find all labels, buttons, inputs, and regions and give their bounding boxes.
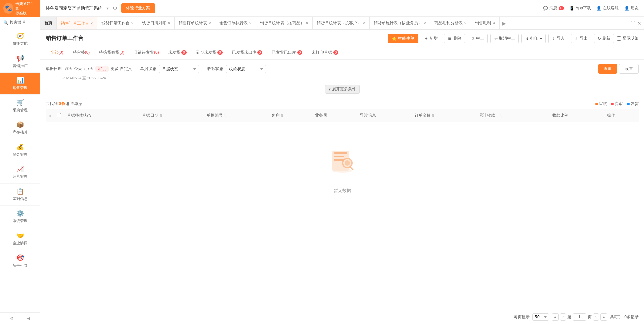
col-customer[interactable]: 客户 ⇅	[269, 109, 313, 122]
sidebar-item-inventory[interactable]: 📦 库存核算	[0, 117, 40, 139]
top-header: 装备及固定资产辅助管理系统 ▾ ⚙ 体验行业方案 💬 消息 6 📱 App下载 …	[40, 0, 644, 17]
tab-sales-single-product[interactable]: 销货单统计表（按商品） ✕	[256, 17, 313, 30]
search-menu[interactable]: 🔍 搜索菜单	[0, 17, 40, 28]
gear-icon[interactable]: ⚙	[113, 5, 117, 11]
filter-tab-shipped-outbound[interactable]: 已发货已出库 0	[267, 46, 307, 59]
online-service-button[interactable]: 👤 在线客服	[596, 5, 619, 11]
smart-btn[interactable]: ⭐ 智能生单	[388, 34, 418, 43]
export-button[interactable]: ⇩ 导出	[571, 34, 591, 43]
col-number[interactable]: 单据编号 ⇅	[204, 109, 268, 122]
tab-cash-reconcile[interactable]: 钱货日清对账 ✕	[138, 17, 175, 30]
sidebar-item-guide[interactable]: 🎯 新手引导	[0, 250, 40, 272]
tab-close-sales-stats[interactable]: ✕	[208, 21, 211, 25]
col-exception: 异常信息	[357, 109, 412, 122]
date-7days[interactable]: 近7天	[83, 66, 94, 72]
print-button[interactable]: 🖨 打印 ▾	[521, 34, 546, 43]
filter-tab-shipped-not-outbound[interactable]: 已发货未出库 0	[227, 46, 267, 59]
page-input[interactable]	[573, 313, 586, 321]
tab-sales-single-customer[interactable]: 销货单统计表（按客户） ✕	[313, 17, 370, 30]
settings-button[interactable]: 设置	[619, 64, 639, 74]
tab-action-fullscreen[interactable]: ⛶	[631, 21, 635, 26]
date-yesterday[interactable]: 昨天	[65, 66, 73, 72]
status-select[interactable]: 单据状态	[159, 65, 199, 73]
tab-close-sales-workbench[interactable]: ✕	[90, 22, 93, 25]
stop-button[interactable]: ⊘ 中止	[468, 34, 488, 43]
tab-close-sales-exec[interactable]: ✕	[249, 21, 252, 25]
sidebar-item-purchase[interactable]: 🛒 采购管理	[0, 95, 40, 117]
show-detail-checkbox[interactable]: 显示明细	[617, 36, 639, 41]
filter-tab-all[interactable]: 全部(0)	[46, 46, 68, 59]
import-button[interactable]: ⇪ 导入	[548, 34, 568, 43]
review-dot	[595, 103, 598, 105]
trash-icon: 🗑	[448, 36, 452, 41]
prev-page-button[interactable]: ‹	[560, 313, 566, 321]
tab-sales-exec[interactable]: 销售订单执行表 ✕	[215, 17, 256, 30]
filter-tab-not-printed[interactable]: 未打印单据 0	[307, 46, 343, 59]
cancel-review-action[interactable]: 弃审	[611, 101, 623, 107]
expand-conditions-button[interactable]: ▾ 展开更多条件	[325, 85, 360, 94]
scrollbar-area[interactable]	[40, 306, 644, 310]
col-collected[interactable]: 累计收款... ⇅	[476, 109, 550, 122]
tab-close-cash-daily[interactable]: ✕	[131, 21, 134, 25]
tab-action-close[interactable]: ✕	[637, 21, 641, 26]
settings-icon[interactable]: ⚙	[10, 316, 14, 321]
add-button[interactable]: ＋ 新增	[421, 34, 441, 43]
sidebar-item-sales[interactable]: 📊 销售管理	[0, 73, 40, 95]
col-amount[interactable]: 订单金额 ⇅	[412, 109, 476, 122]
refresh-button[interactable]: ↻ 刷新	[594, 34, 614, 43]
sidebar-item-finance[interactable]: 💰 资金管理	[0, 139, 40, 161]
filter-tab-pending-inspect[interactable]: 待拣货验货(0)	[94, 46, 129, 59]
sidebar-item-quicknav[interactable]: 🧭 快捷导航	[0, 28, 40, 50]
date-more[interactable]: 更多	[111, 66, 119, 72]
filter-tab-wangpu[interactable]: 旺铺待发货(0)	[129, 46, 164, 59]
sidebar-item-basic[interactable]: 📋 基础信息	[0, 184, 40, 206]
industry-button[interactable]: 体验行业方案	[121, 3, 155, 13]
message-button[interactable]: 💬 消息 6	[543, 5, 564, 11]
query-button[interactable]: 查询	[598, 64, 617, 74]
tab-sales-stats[interactable]: 销售订单统计表 ✕	[175, 17, 215, 30]
tab-home[interactable]: 首页	[40, 17, 57, 30]
detail-checkbox-input[interactable]	[617, 36, 621, 41]
tab-close-more[interactable]: ✕	[492, 21, 495, 25]
app-download-button[interactable]: 📱 App下载	[569, 5, 591, 11]
tab-sales-single-staff[interactable]: 销货单统计表（按业务员） ✕	[370, 17, 430, 30]
date-custom[interactable]: 自定义	[120, 66, 132, 72]
tab-close-cash-reconcile[interactable]: ✕	[168, 21, 170, 25]
user-menu[interactable]: 👤 用友	[624, 5, 639, 11]
sidebar-item-system[interactable]: ⚙️ 系统管理	[0, 206, 40, 228]
date-today[interactable]: 今天	[74, 66, 82, 72]
sidebar-item-collab[interactable]: 🤝 企业协同	[0, 228, 40, 250]
tab-close-staff[interactable]: ✕	[423, 21, 426, 25]
sidebar-item-marketing[interactable]: 📢 营销推广	[0, 50, 40, 73]
tab-gross-profit[interactable]: 商品毛利分析表 ✕	[430, 17, 471, 30]
collapse-icon[interactable]: ◀	[27, 316, 30, 321]
marketing-icon: 📢	[16, 54, 24, 62]
sidebar-item-operations[interactable]: 📈 经营管理	[0, 161, 40, 184]
tab-close-customer[interactable]: ✕	[362, 21, 365, 25]
col-date[interactable]: 单据日期 ⇅	[139, 109, 204, 122]
page-size-select[interactable]: 50 10 20 100	[532, 313, 549, 321]
date-1month[interactable]: 近1月	[95, 66, 110, 72]
review-action[interactable]: 审核	[595, 101, 607, 107]
filter-tab-overdue[interactable]: 到期未发货 0	[191, 46, 227, 59]
ship-action[interactable]: 发货	[627, 101, 639, 107]
payment-select[interactable]: 收款状态	[226, 65, 266, 73]
star-icon: ⭐	[392, 36, 397, 41]
filter-tab-pending-review[interactable]: 待审核(0)	[68, 46, 95, 59]
tab-close-gross[interactable]: ✕	[464, 21, 467, 25]
tab-sales-more[interactable]: 销售毛利 ✕	[471, 17, 500, 30]
tab-more-button[interactable]: ▶	[500, 21, 509, 26]
tab-close-product[interactable]: ✕	[306, 21, 308, 25]
tab-cash-daily[interactable]: 钱货日清工作台 ✕	[97, 17, 138, 30]
first-page-button[interactable]: «	[552, 313, 559, 321]
filter-tab-not-shipped[interactable]: 未发货 0	[164, 46, 191, 59]
cancel-stop-button[interactable]: ↩ 取消中止	[490, 34, 519, 43]
last-page-button[interactable]: »	[600, 313, 607, 321]
delete-button[interactable]: 🗑 删除	[444, 34, 465, 43]
expand-down-icon: ▾	[329, 87, 331, 92]
sales-icon: 📊	[16, 77, 24, 84]
next-page-button[interactable]: ›	[593, 313, 599, 321]
select-all-checkbox[interactable]	[57, 113, 61, 117]
expand-icon[interactable]: ▾	[106, 6, 109, 11]
tab-sales-workbench[interactable]: 销售订单工作台 ✕	[57, 17, 97, 30]
